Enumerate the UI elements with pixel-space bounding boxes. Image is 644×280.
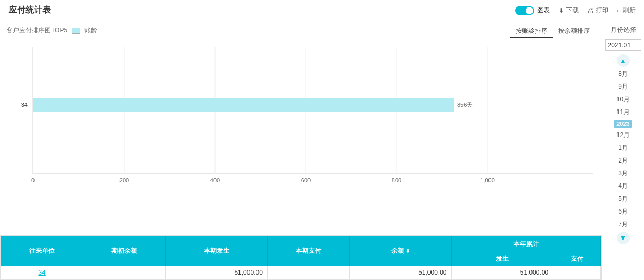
chart-toggle[interactable]: [515, 6, 534, 15]
table-wrap: 往来单位 期初余额 本期发生 本期支付 余额 ⬇ 本年累计: [0, 235, 602, 280]
month-item[interactable]: 12月: [602, 129, 644, 141]
col-ytd-occurrence: 发生: [451, 252, 553, 266]
chart-section: 客户应付排序图TOP5 账龄 按账龄排序 按余额排序: [0, 21, 602, 233]
month-item[interactable]: 1月: [602, 142, 644, 154]
svg-text:0: 0: [31, 177, 35, 183]
chart-svg: 34 856天 0 200 400 600 800 1,000: [8, 42, 593, 191]
nav-down-arrow[interactable]: ▼: [617, 232, 630, 244]
svg-text:1,000: 1,000: [480, 177, 495, 183]
chart-legend: 客户应付排序图TOP5 账龄: [6, 26, 97, 35]
table-section: 往来单位 期初余额 本期发生 本期支付 余额 ⬇ 本年累计: [0, 235, 602, 280]
col-balance: 余额 ⬇: [349, 236, 451, 266]
header-actions: 图表 ⬇ 下载 🖨 打印 ○ 刷新: [515, 6, 636, 15]
sort-by-balance-button[interactable]: 按余额排序: [553, 26, 595, 38]
col-unit: 往来单位: [1, 236, 83, 266]
col-occurrence: 本期发生: [166, 236, 268, 266]
svg-text:800: 800: [392, 177, 401, 183]
data-table: 往来单位 期初余额 本期发生 本期支付 余额 ⬇ 本年累计: [1, 236, 601, 279]
refresh-button[interactable]: ○ 刷新: [617, 6, 636, 15]
year-input[interactable]: [605, 39, 641, 51]
svg-text:34: 34: [21, 101, 28, 108]
sort-buttons: 按账龄排序 按余额排序: [510, 26, 595, 38]
col-ytd: 本年累计: [451, 236, 600, 252]
sidebar-title: 月份选择: [602, 23, 644, 37]
page-title: 应付统计表: [8, 5, 51, 16]
col-opening: 期初余额: [83, 236, 166, 266]
body-area: 客户应付排序图TOP5 账龄 按账龄排序 按余额排序: [0, 21, 644, 280]
legend-box-label: 账龄: [84, 26, 97, 35]
col-ytd-payment: 支付: [553, 252, 601, 266]
svg-text:200: 200: [119, 177, 129, 183]
cell-opening: [83, 266, 166, 279]
year-marker: 2023: [614, 120, 631, 128]
svg-text:400: 400: [210, 177, 220, 183]
month-item[interactable]: 8月: [602, 68, 644, 80]
print-icon: 🖨: [587, 7, 594, 14]
svg-rect-8: [33, 98, 454, 112]
download-button[interactable]: ⬇ 下载: [559, 6, 579, 15]
cell-payment: [267, 266, 349, 279]
month-item[interactable]: 7月: [602, 218, 644, 231]
header: 应付统计表 图表 ⬇ 下载 🖨 打印 ○ 刷新: [0, 0, 644, 21]
table-body: 34 51,000.00 51,000.00 51,000.00: [1, 266, 601, 279]
nav-up-arrow[interactable]: ▲: [617, 54, 630, 67]
month-item[interactable]: 6月: [602, 206, 644, 218]
cell-occurrence: 51,000.00: [166, 266, 268, 279]
month-item[interactable]: 3月: [602, 167, 644, 180]
legend-box: [72, 28, 80, 34]
print-button[interactable]: 🖨 打印: [587, 6, 608, 15]
col-payment: 本期支付: [267, 236, 349, 266]
table-row: 34 51,000.00 51,000.00 51,000.00: [1, 266, 601, 279]
chart-toggle-wrap: 图表: [515, 6, 550, 15]
month-item[interactable]: 4月: [602, 180, 644, 192]
month-item[interactable]: 2月: [602, 155, 644, 167]
month-item[interactable]: 9月: [602, 81, 644, 93]
sidebar-months: ▲ 8月9月10月11月202312月1月2月3月4月5月6月7月 ▼: [602, 53, 644, 245]
cell-ytd-payment: [553, 266, 601, 279]
download-icon: ⬇: [559, 7, 564, 14]
svg-text:600: 600: [301, 177, 311, 183]
month-list: 8月9月10月11月202312月1月2月3月4月5月6月7月: [602, 68, 644, 231]
cell-unit[interactable]: 34: [1, 266, 83, 279]
table-header-row: 往来单位 期初余额 本期发生 本期支付 余额 ⬇ 本年累计: [1, 236, 601, 252]
month-item[interactable]: 10月: [602, 94, 644, 106]
sort-by-amount-button[interactable]: 按账龄排序: [510, 26, 553, 38]
sidebar: 月份选择 ▲ 8月9月10月11月202312月1月2月3月4月5月6月7月 ▼: [602, 21, 644, 280]
chart-canvas: 34 856天 0 200 400 600 800 1,000: [8, 42, 593, 191]
cell-balance: 51,000.00: [349, 266, 451, 279]
toggle-label: 图表: [537, 6, 550, 15]
month-item[interactable]: 5月: [602, 193, 644, 205]
refresh-icon: ○: [617, 7, 621, 14]
svg-text:856天: 856天: [457, 101, 473, 108]
month-item[interactable]: 11月: [602, 106, 644, 118]
cell-ytd-occurrence: 51,000.00: [451, 266, 553, 279]
legend-title: 客户应付排序图TOP5: [6, 26, 67, 35]
